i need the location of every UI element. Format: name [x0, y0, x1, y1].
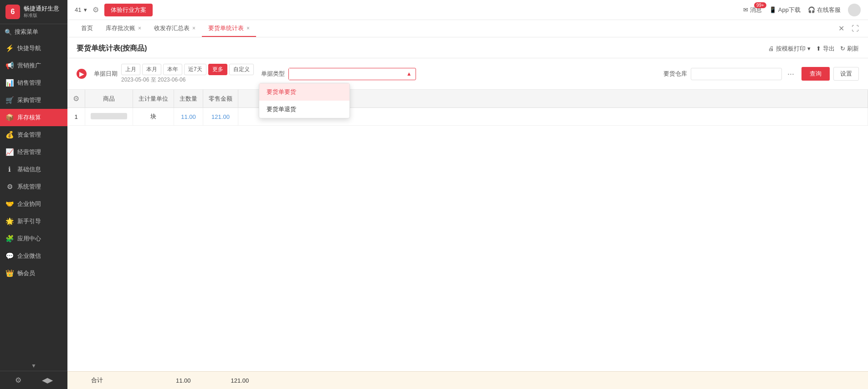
print-btn[interactable]: 🖨 按模板打印 ▾: [768, 45, 811, 53]
search-icon: 🔍: [5, 29, 12, 36]
main-area: 41 ▾ ⚙ 体验行业方案 ✉ 消息 99+ 📱 App下载 🎧 在线客服: [67, 0, 868, 389]
sidebar-item-marketing[interactable]: 📢 营销推广: [0, 57, 67, 74]
sidebar-item-operations[interactable]: 📈 经营管理: [0, 143, 67, 161]
sidebar-label-app-center: 应用中心: [17, 235, 41, 243]
member-icon: 👑: [5, 269, 14, 277]
dropdown-item-0[interactable]: 要货单要货: [259, 83, 349, 101]
messages-btn[interactable]: ✉ 消息 99+: [743, 6, 762, 14]
basic-info-icon: ℹ: [5, 165, 14, 174]
sidebar-item-finance[interactable]: 💰 资金管理: [0, 126, 67, 143]
tab-home[interactable]: 首页: [75, 20, 99, 37]
tab-fullscreen-btn[interactable]: ⛶: [850, 23, 861, 35]
query-button[interactable]: 查询: [801, 67, 830, 81]
sidebar-item-basic-info[interactable]: ℹ 基础信息: [0, 161, 67, 178]
tab-requisition[interactable]: 要货单统计表 ×: [202, 20, 256, 37]
dropdown-item-1[interactable]: 要货单退货: [259, 101, 349, 118]
sidebar-item-guide[interactable]: 🌟 新手引导: [0, 213, 67, 230]
refresh-btn[interactable]: ↻ 刷新: [840, 45, 859, 53]
btn-more-dates[interactable]: 更多: [208, 64, 227, 75]
sidebar-item-member[interactable]: 👑 畅会员: [0, 265, 67, 282]
warehouse-more-btn[interactable]: ···: [787, 69, 794, 79]
sidebar-item-app-center[interactable]: 🧩 应用中心: [0, 230, 67, 247]
type-filter-group: 单据类型 ▲: [261, 68, 656, 80]
tab-batch-close[interactable]: ×: [138, 26, 141, 31]
tab-requisition-label: 要货单统计表: [208, 24, 244, 32]
marketing-icon: 📢: [5, 61, 14, 70]
tab-summary-close[interactable]: ×: [192, 26, 195, 31]
sidebar-item-purchase[interactable]: 🛒 采购管理: [0, 92, 67, 109]
sidebar-bottom: ⚙ ◀▶: [0, 371, 67, 389]
sidebar-nav: ⚡ 快捷导航 📢 营销推广 📊 销售管理 🛒 采购管理 📦 库存核算 💰 资金管…: [0, 40, 67, 361]
topbar-left: 41 ▾ ⚙ 体验行业方案: [75, 4, 736, 16]
date-filter-label: 单据日期: [94, 70, 118, 78]
topbar: 41 ▾ ⚙ 体验行业方案 ✉ 消息 99+ 📱 App下载 🎧 在线客服: [67, 0, 868, 20]
sidebar-item-system[interactable]: ⚙ 系统管理: [0, 178, 67, 195]
topbar-gear-icon[interactable]: ⚙: [92, 5, 99, 14]
tabbar: 首页 库存批次账 × 收发存汇总表 × 要货单统计表 × ✕ ⛶: [67, 20, 868, 37]
export-btn[interactable]: ⬆ 导出: [816, 45, 835, 53]
refresh-icon: ↻: [840, 45, 845, 52]
messages-badge: 99+: [754, 2, 766, 8]
column-settings-icon[interactable]: ⚙: [73, 95, 79, 102]
cell-amount: 121.00: [203, 108, 238, 126]
tab-requisition-close[interactable]: ×: [247, 26, 250, 31]
tab-batch-account[interactable]: 库存批次账 ×: [99, 20, 148, 37]
cell-index: 1: [67, 108, 85, 126]
user-avatar-btn[interactable]: [848, 4, 861, 16]
sidebar-label-enterprise: 企业协同: [17, 200, 41, 208]
app-center-icon: 🧩: [5, 235, 14, 243]
store-selector[interactable]: 41 ▾: [75, 6, 87, 13]
filter-expand-btn[interactable]: ▶: [77, 69, 87, 79]
table-row: 1 块 11.00 121.00: [67, 108, 868, 126]
settings-button[interactable]: 设置: [833, 67, 859, 81]
store-name: 41: [75, 6, 81, 13]
btn-this-month[interactable]: 本月: [142, 64, 161, 75]
trial-button[interactable]: 体验行业方案: [104, 4, 153, 16]
page-title: 要货单统计表(按商品): [77, 44, 147, 53]
sidebar-scroll-down[interactable]: ▼: [0, 361, 67, 371]
type-dropdown-menu: 要货单要货 要货单退货: [259, 83, 350, 118]
sidebar-item-sales[interactable]: 📊 销售管理: [0, 74, 67, 92]
quick-nav-icon: ⚡: [5, 44, 14, 52]
type-filter-label: 单据类型: [261, 70, 285, 78]
refresh-label: 刷新: [847, 45, 859, 53]
finance-icon: 💰: [5, 131, 14, 139]
sidebar-settings-btn[interactable]: ⚙: [15, 376, 21, 384]
btn-this-year[interactable]: 本年: [163, 64, 182, 75]
th-amount: 零售金额: [203, 90, 238, 108]
table-footer: 合计 11.00 121.00: [67, 371, 868, 389]
filter-bar: ▶ 单据日期 上月 本月 本年 近7天 更多 自定义 2023-05-06 至 …: [67, 58, 868, 90]
sidebar-item-enterprise[interactable]: 🤝 企业协同: [0, 195, 67, 213]
sidebar-collapse-btn[interactable]: ◀▶: [42, 376, 53, 384]
user-avatar: [848, 4, 861, 16]
data-table: ⚙ 商品 主计量单位 主数量 零售金额 1: [67, 90, 868, 126]
btn-custom-date[interactable]: 自定义: [229, 64, 254, 75]
tab-close-all-btn[interactable]: ✕: [837, 22, 846, 35]
tab-batch-label: 库存批次账: [106, 24, 135, 32]
app-download-btn[interactable]: 📱 App下载: [769, 6, 801, 14]
sidebar-search[interactable]: 🔍 搜索菜单: [0, 24, 67, 40]
tab-summary[interactable]: 收发存汇总表 ×: [148, 20, 202, 37]
sidebar-label-inventory: 库存核算: [17, 113, 41, 122]
tab-summary-label: 收发存汇总表: [154, 24, 190, 32]
online-service-btn[interactable]: 🎧 在线客服: [808, 6, 841, 14]
sidebar-item-quick-nav[interactable]: ⚡ 快捷导航: [0, 40, 67, 57]
service-icon: 🎧: [808, 6, 815, 13]
btn-last-month[interactable]: 上月: [121, 64, 140, 75]
tab-home-label: 首页: [81, 24, 93, 32]
type-filter-input[interactable]: [289, 68, 403, 80]
online-service-label: 在线客服: [817, 6, 841, 14]
quantity-link[interactable]: 11.00: [181, 113, 196, 120]
warehouse-filter-input[interactable]: [691, 68, 782, 80]
sidebar-item-inventory[interactable]: 📦 库存核算: [0, 109, 67, 126]
export-icon: ⬆: [816, 45, 821, 52]
sidebar-label-member: 畅会员: [17, 269, 35, 277]
sidebar-item-weixin[interactable]: 💬 企业微信: [0, 247, 67, 265]
btn-last-7-days[interactable]: 近7天: [184, 64, 206, 75]
footer-total-label: 合计: [91, 376, 103, 384]
amount-link[interactable]: 121.00: [211, 113, 230, 120]
product-placeholder: [91, 113, 127, 119]
cell-quantity: 11.00: [174, 108, 203, 126]
operations-icon: 📈: [5, 148, 14, 156]
type-dropdown-arrow[interactable]: ▲: [403, 71, 416, 77]
